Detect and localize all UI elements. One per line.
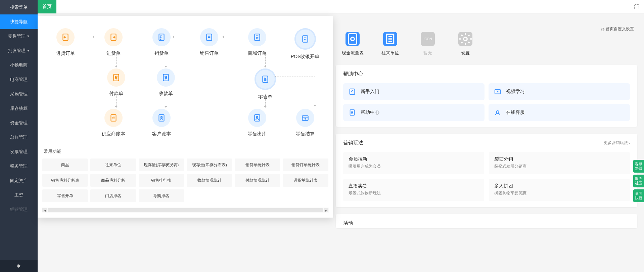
document-icon [205,33,214,42]
shortcut-btn[interactable]: 商品毛利分析 [90,174,136,187]
promo-item-distribution[interactable]: 裂变分销裂变式发展分销商 [489,152,630,174]
shortcut-btn[interactable]: 现存量(库存分布表) [187,158,232,171]
flow-node-mall-order[interactable]: 商城订单 [233,28,281,56]
flyout-scrollbar[interactable]: ◂ ▸ [42,208,329,213]
flow-node-purchase[interactable]: 进货单 [90,28,138,56]
svg-point-13 [496,111,499,113]
flow-node-payment[interactable]: 付款单 [91,69,141,97]
checklist-icon [349,88,356,95]
shortcut-btn[interactable]: 销售排行榜 [139,174,184,187]
sidebar-item-ledger[interactable]: 总账管理 [0,130,38,144]
scroll-track[interactable] [48,208,323,212]
promo-item-groupbuy[interactable]: 多人拼团拼团购物享受优惠 [489,179,630,201]
help-item-helpcenter[interactable]: 帮助中心 [343,104,485,121]
document-icon [349,109,356,116]
flow-node-pos[interactable]: POS收银开单 [281,28,329,60]
promo-more-link[interactable]: 更多营销玩法› [604,140,630,146]
sidebar-item-salary[interactable]: 工资 [0,188,38,202]
sidebar-item-purchase[interactable]: 采购管理 [0,87,38,101]
shortcut-contacts[interactable]: 往来单位 [373,32,407,56]
shortcut-btn[interactable]: 往来单位 [90,158,136,171]
shortcut-btn[interactable]: 现存量(库存状况表) [139,158,184,171]
svg-point-33 [161,117,162,118]
shortcut-btn[interactable]: 门店排名 [90,189,136,202]
sidebar-item-ecomm2[interactable]: 电商管理 [0,72,38,87]
help-center-card: 帮助中心 新手入门 视频学习 帮助中心 在线客服 [336,65,637,127]
svg-point-1 [351,37,355,41]
sidebar-item-funding[interactable]: 资金管理 [0,116,38,130]
flow-row-3: 供 供应商账本 客户账本 零售出库 零售结算 [42,109,329,146]
shortcut-settings[interactable]: 设置 [449,32,482,56]
promo-card: 营销玩法 更多营销玩法› 会员拉新吸引用户成为会员 裂变分销裂变式发展分销商 直… [336,134,637,207]
float-btn-hotline[interactable]: 客服热线 [633,160,644,173]
yuan-icon [261,75,270,84]
flow-node-receipt[interactable]: 收款单 [141,69,191,97]
flow-row-2: 付款单 收款单 零售单 [42,69,329,109]
sidebar-item-inventory[interactable]: 库存核算 [0,101,38,116]
help-item-getting-started[interactable]: 新手入门 [343,83,485,100]
card-title: 帮助中心 [343,71,630,77]
main-content: ◎ 首页自定义设置 现金流量表 往来单位 ICON 暂无 设置 帮助中心 新手入… [336,13,637,228]
activity-card: 活动 [336,214,637,228]
headset-icon [494,109,501,116]
fullscreen-button[interactable] [633,3,641,11]
sidebar-search[interactable]: 搜索菜单 [0,0,38,14]
float-btn-community[interactable]: 服务社区 [633,175,644,187]
gear-icon [16,263,21,269]
sidebar-item-quicknav[interactable]: 快捷导航 [0,14,38,29]
top-tabs: 首页 [38,0,644,13]
shortcut-btn[interactable]: 付款情况统计 [235,174,280,187]
shortcut-cashflow[interactable]: 现金流量表 [336,32,369,56]
sidebar-item-invoice[interactable]: 发票管理 [0,144,38,159]
floating-side-buttons: 客服热线 服务社区 桌面快捷 [633,160,644,202]
yuan-icon [162,73,170,82]
svg-rect-7 [350,89,355,95]
shortcut-btn[interactable]: 销货单统计表 [235,158,280,171]
sidebar-item-operations[interactable]: 经营管理 [0,202,38,217]
outbound-icon [253,114,262,122]
sidebar-settings-button[interactable] [0,260,38,272]
promo-item-livestream[interactable]: 直播卖货场景式购物新玩法 [343,179,484,201]
svg-point-6 [464,37,467,41]
svg-rect-0 [349,34,357,44]
flow-node-purchase-order[interactable]: 进货订单 [42,28,90,56]
sidebar-search-label: 搜索菜单 [10,4,28,10]
flow-node-supplier-ledger[interactable]: 供 供应商账本 [90,109,138,137]
shortcut-btn[interactable]: 商品 [42,158,88,171]
common-functions-title: 常用功能 [44,148,329,154]
float-btn-desktop[interactable]: 桌面快捷 [633,189,644,202]
scroll-right-button[interactable]: ▸ [324,208,328,212]
chevron-down-icon: ▼ [27,49,30,52]
help-item-video[interactable]: 视频学习 [489,83,630,100]
svg-text:供: 供 [112,116,115,120]
settle-icon [301,114,310,122]
sidebar-item-wholesale[interactable]: 批发管理▼ [0,43,38,58]
flow-node-customer-ledger[interactable]: 客户账本 [137,109,185,137]
document-icon [346,32,360,46]
help-item-support[interactable]: 在线客服 [489,104,630,121]
flow-node-sales-order[interactable]: 销售订单 [185,28,233,56]
chevron-right-icon: › [629,141,630,145]
promo-item-membership[interactable]: 会员拉新吸引用户成为会员 [343,152,484,174]
shortcut-btn[interactable]: 导购排名 [139,189,184,202]
scroll-left-button[interactable]: ◂ [42,208,47,212]
shortcut-btn[interactable]: 进货单统计表 [283,174,328,187]
building-icon [383,32,397,46]
sidebar-item-tax[interactable]: 税务管理 [0,159,38,173]
home-custom-settings-link[interactable]: ◎ 首页自定义设置 [601,26,634,32]
document-icon [253,33,262,42]
sidebar-item-retail[interactable]: 零售管理▼ [0,29,38,43]
shortcut-btn[interactable]: 销货订单统计表 [283,158,328,171]
shortcut-btn[interactable]: 销售毛利分析表 [42,174,88,187]
card-title: 营销玩法 更多营销玩法› [343,140,630,146]
sidebar-item-fixedassets[interactable]: 固定资产 [0,173,38,188]
flow-node-sales-bill[interactable]: 销货单 [137,28,185,56]
sidebar-item-ecomm1[interactable]: 小畅电商 [0,58,38,72]
flow-node-retail-outbound[interactable]: 零售出库 [233,109,281,137]
flow-node-retail-settle[interactable]: 零售结算 [281,109,329,137]
tab-home[interactable]: 首页 [38,0,56,13]
shortcut-btn[interactable]: 收款情况统计 [187,174,232,187]
video-icon [494,88,501,95]
gear-icon [458,32,472,46]
shortcut-btn[interactable]: 零售开单 [42,189,88,202]
